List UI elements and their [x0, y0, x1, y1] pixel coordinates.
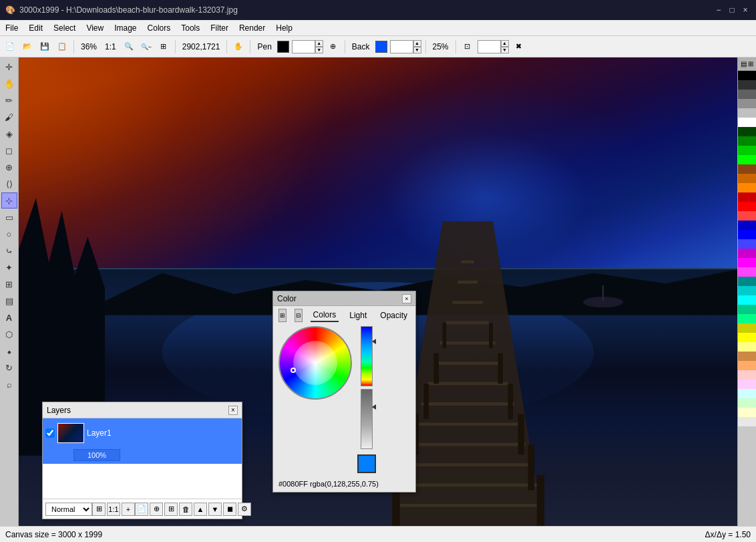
menu-item-render[interactable]: Render	[234, 21, 270, 35]
color-swatch-18[interactable]	[738, 239, 756, 249]
color-swatch-14[interactable]	[738, 202, 756, 211]
pen-extra-button[interactable]: ⊕	[326, 39, 341, 54]
back-value-down[interactable]: ▼	[413, 47, 421, 53]
maximize-button[interactable]: □	[727, 5, 737, 15]
brush-tool-btn[interactable]: 🖌	[1, 109, 17, 125]
color-swatch-2[interactable]	[738, 90, 756, 99]
fill-tool-btn[interactable]: ◈	[1, 126, 17, 142]
save-file-button[interactable]: 💾	[37, 39, 52, 54]
menu-item-tools[interactable]: Tools	[176, 21, 205, 35]
color-swatch-30[interactable]	[738, 352, 756, 361]
color-swatch-9[interactable]	[738, 155, 756, 164]
color-swatch-11[interactable]	[738, 174, 756, 183]
dup-layer-button[interactable]: ⊕	[150, 503, 163, 516]
zoom-out-button[interactable]: 🔍−	[139, 39, 154, 54]
open-file-button[interactable]: 📂	[20, 39, 35, 54]
gradient-tool-btn[interactable]: ▤	[1, 293, 17, 309]
zoom-in-button[interactable]: 🔍	[122, 39, 136, 54]
color-swatch-27[interactable]	[738, 323, 756, 333]
opacity-slider[interactable]	[361, 389, 373, 449]
eraser-tool-btn[interactable]: ◻	[1, 142, 17, 158]
minimize-button[interactable]: −	[713, 5, 724, 15]
color-swatch-19[interactable]	[738, 249, 756, 258]
menu-item-image[interactable]: Image	[109, 21, 142, 35]
zoom-tool-btn[interactable]: ⌕	[1, 376, 17, 392]
del-layer-button[interactable]: 🗑	[179, 503, 192, 516]
add-layer-button[interactable]: +	[122, 503, 135, 516]
merge-layer-button[interactable]: ⊞	[164, 503, 178, 516]
color-swatch-0[interactable]	[738, 71, 756, 80]
rect-select-btn[interactable]: ▭	[1, 209, 17, 225]
color-swatch-16[interactable]	[738, 221, 756, 230]
pen-color-swatch[interactable]	[277, 41, 289, 53]
back-value-input[interactable]: 192	[390, 40, 413, 53]
hand-tool-button[interactable]: ✋	[231, 39, 246, 54]
flatten-button[interactable]: ◼	[223, 503, 236, 516]
color-swatch-26[interactable]	[738, 314, 756, 323]
rotate-tool-btn[interactable]: ↻	[1, 360, 17, 376]
layer-mode-select[interactable]: Normal	[45, 503, 92, 516]
shape-tool-btn[interactable]: ⬡	[1, 326, 17, 342]
new-file-button[interactable]: 📄	[3, 39, 17, 54]
color-swatch-23[interactable]	[738, 286, 756, 295]
zoom-actual-button[interactable]: 1:1	[107, 503, 120, 516]
color-mode-btn-2[interactable]: ⊟	[295, 309, 303, 322]
pen-value-up[interactable]: ▲	[315, 40, 323, 47]
color-swatch-10[interactable]	[738, 164, 756, 174]
copy-button[interactable]: 📋	[55, 39, 69, 54]
color-swatch-5[interactable]	[738, 118, 756, 127]
extra-button[interactable]: ⊡	[460, 39, 475, 54]
menu-item-filter[interactable]: Filter	[205, 21, 234, 35]
color-swatch-31[interactable]	[738, 361, 756, 370]
color-swatch-6[interactable]	[738, 127, 756, 136]
hand-tool-btn[interactable]: ✋	[1, 76, 17, 92]
pen-value-input[interactable]: 255	[292, 40, 315, 53]
color-swatch-13[interactable]	[738, 192, 756, 202]
color-swatch-4[interactable]	[738, 108, 756, 118]
color-mode-btn-1[interactable]: ⊞	[278, 309, 287, 322]
menu-item-view[interactable]: View	[81, 21, 109, 35]
color-swatch-20[interactable]	[738, 258, 756, 267]
color-swatch-17[interactable]	[738, 230, 756, 239]
color-swatch-7[interactable]	[738, 136, 756, 146]
select-tool-btn[interactable]: ⊹	[1, 192, 17, 209]
color-swatch-24[interactable]	[738, 295, 756, 305]
canvas-container[interactable]: Layers × Layer1 100% Normal ⊞	[19, 57, 737, 526]
tab-light[interactable]: Light	[347, 309, 369, 321]
color-pick-btn[interactable]: ⬥	[1, 343, 17, 359]
color-swatch-3[interactable]	[738, 99, 756, 108]
color-dialog-header[interactable]: Color ×	[273, 291, 415, 306]
smudge-tool-btn[interactable]: ⟨⟩	[1, 176, 17, 192]
ellipse-select-btn[interactable]: ○	[1, 226, 17, 242]
grid-button[interactable]: ⊞	[156, 39, 171, 54]
color-wheel-container[interactable]	[278, 326, 352, 400]
pen-value-down[interactable]: ▼	[315, 47, 323, 53]
color-swatch-15[interactable]	[738, 211, 756, 221]
extra-down[interactable]: ▼	[501, 47, 509, 53]
color-swatch-8[interactable]	[738, 146, 756, 155]
extra-up[interactable]: ▲	[501, 40, 509, 47]
text-tool-btn[interactable]: A	[1, 309, 17, 325]
layer-opacity[interactable]: 100%	[73, 449, 120, 461]
color-swatch-37[interactable]	[738, 417, 756, 426]
color-swatch-12[interactable]	[738, 183, 756, 192]
tab-colors[interactable]: Colors	[311, 309, 339, 322]
menu-item-edit[interactable]: Edit	[23, 21, 48, 35]
back-color-swatch[interactable]	[375, 41, 387, 53]
layers-close-button[interactable]: ×	[228, 406, 238, 415]
menu-item-file[interactable]: File	[0, 21, 23, 35]
color-swatch-25[interactable]	[738, 305, 756, 314]
new-layer-button[interactable]: 📄	[135, 503, 148, 516]
move-up-button[interactable]: ▲	[194, 503, 207, 516]
clone-tool-btn[interactable]: ⊕	[1, 159, 17, 175]
menu-item-help[interactable]: Help	[270, 21, 298, 35]
layer-row[interactable]: Layer1	[43, 418, 242, 448]
color-swatch-33[interactable]	[738, 380, 756, 389]
selected-color-preview[interactable]	[357, 454, 376, 473]
color-swatch-35[interactable]	[738, 398, 756, 408]
move-tool-button[interactable]: ✛	[1, 59, 17, 75]
color-swatch-28[interactable]	[738, 333, 756, 342]
color-swatch-21[interactable]	[738, 267, 756, 277]
color-swatch-34[interactable]	[738, 389, 756, 398]
menu-item-colors[interactable]: Colors	[142, 21, 176, 35]
